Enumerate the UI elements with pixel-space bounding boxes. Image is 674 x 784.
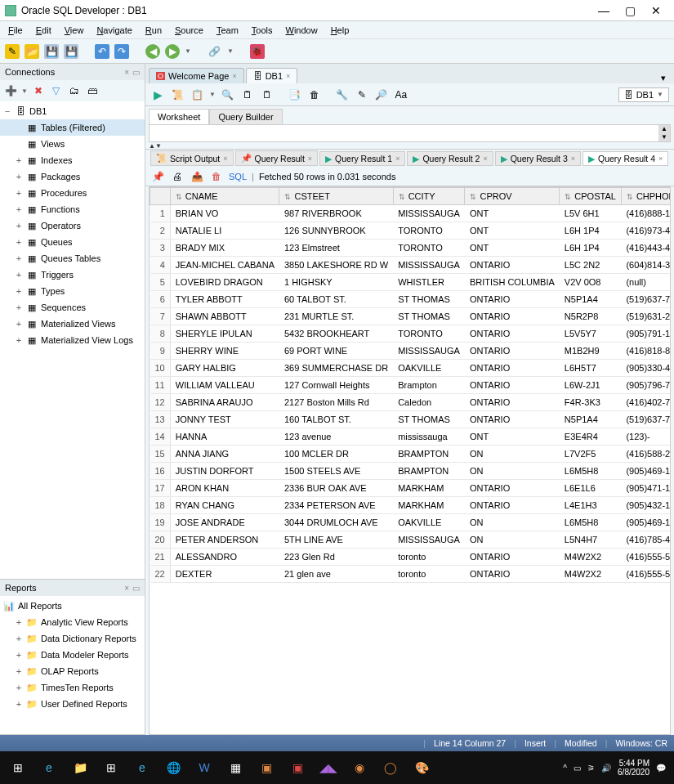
panel-close-icon[interactable]: × bbox=[124, 584, 129, 593]
table-cell[interactable]: L6H 1P4 bbox=[560, 240, 622, 257]
table-cell[interactable]: ONT bbox=[465, 205, 560, 222]
worksheet-tab[interactable]: Worksheet bbox=[149, 109, 209, 124]
splitter[interactable]: ▲▼ bbox=[145, 142, 674, 149]
rollback-icon[interactable]: 🗒 bbox=[260, 87, 275, 102]
table-cell[interactable]: 123 Elmstreet bbox=[279, 240, 393, 257]
tree-item[interactable]: +📁Analytic View Reports bbox=[0, 614, 145, 630]
table-cell[interactable]: ONTARIO bbox=[465, 566, 560, 583]
table-row[interactable]: 21ALESSANDRO223 Glen RdtorontoONTARIOM4W… bbox=[150, 549, 672, 566]
open-icon[interactable]: 📂 bbox=[25, 44, 39, 59]
table-row[interactable]: 8SHERYLE IPULAN5432 BROOKHEARTTORONTOONT… bbox=[150, 325, 672, 343]
commit-icon[interactable]: 🗒 bbox=[240, 87, 255, 102]
tree-item[interactable]: +▦Functions bbox=[0, 201, 145, 217]
tray-chevron-icon[interactable]: ^ bbox=[563, 764, 567, 773]
tree-item[interactable]: +▦Indexes bbox=[0, 152, 145, 168]
sql-history-icon[interactable]: 📑 bbox=[288, 87, 302, 102]
table-cell[interactable]: Caledon bbox=[393, 394, 465, 411]
menu-view[interactable]: View bbox=[60, 24, 89, 37]
table-cell[interactable]: JOSE ANDRADE bbox=[170, 514, 279, 531]
table-cell[interactable]: M4W2X2 bbox=[560, 566, 622, 583]
table-cell[interactable]: 2336 BUR OAK AVE bbox=[279, 480, 393, 497]
tree-item[interactable]: +▦Materialized View Logs bbox=[0, 332, 145, 348]
tree-item[interactable]: +▦Types bbox=[0, 283, 145, 299]
table-cell[interactable]: NATALIE LI bbox=[170, 222, 279, 240]
table-cell[interactable]: L6M5H8 bbox=[560, 514, 622, 531]
sql-editor[interactable]: ▲ ▼ bbox=[149, 124, 671, 142]
save-all-icon[interactable]: 💾 bbox=[64, 44, 78, 59]
table-cell[interactable]: BRADY MIX bbox=[170, 240, 279, 257]
app-icon-1[interactable]: ▣ bbox=[252, 755, 281, 781]
column-header[interactable]: ⇅CSTEET bbox=[279, 188, 393, 205]
table-cell[interactable]: (123)- bbox=[621, 428, 671, 446]
table-cell[interactable]: ONTARIO bbox=[465, 411, 560, 428]
table-cell[interactable]: toronto bbox=[393, 549, 465, 566]
table-cell[interactable]: 3044 DRUMLOCH AVE bbox=[279, 514, 393, 531]
menu-tools[interactable]: Tools bbox=[247, 24, 278, 37]
pdf-icon[interactable]: ▣ bbox=[283, 755, 312, 781]
store-icon[interactable]: ⊞ bbox=[96, 755, 126, 781]
table-cell[interactable]: ONTARIO bbox=[465, 377, 560, 394]
table-row[interactable]: 14HANNA123 avenuemississaugaONTE3E4R4(12… bbox=[150, 428, 672, 446]
table-cell[interactable]: TORONTO bbox=[393, 325, 465, 343]
tree-item[interactable]: +📁OLAP Reports bbox=[0, 663, 145, 679]
table-cell[interactable]: ONT bbox=[465, 428, 560, 446]
tree-item[interactable]: ▦Views bbox=[0, 136, 145, 152]
maximize-button[interactable]: ▢ bbox=[617, 4, 643, 17]
table-cell[interactable]: ST THOMAS bbox=[393, 291, 465, 308]
table-cell[interactable]: N5R2P8 bbox=[560, 308, 622, 325]
tree-item[interactable]: +▦Triggers bbox=[0, 267, 145, 283]
refresh-icon[interactable]: 🗃 bbox=[85, 83, 100, 98]
table-cell[interactable]: (905)796-7293 bbox=[621, 377, 671, 394]
close-button[interactable]: ✕ bbox=[643, 4, 669, 17]
dbconn-icon[interactable]: 🔗 bbox=[208, 44, 222, 59]
tab-close-icon[interactable]: × bbox=[223, 155, 227, 163]
table-cell[interactable]: L5N4H7 bbox=[560, 531, 622, 549]
clear-icon[interactable]: 🗑 bbox=[307, 87, 322, 102]
table-row[interactable]: 5LOVEBIRD DRAGON1 HIGHSKYWHISTLERBRITISH… bbox=[150, 274, 672, 291]
table-cell[interactable]: TORONTO bbox=[393, 240, 465, 257]
table-cell[interactable]: 21 glen ave bbox=[279, 566, 393, 583]
tab-close-icon[interactable]: × bbox=[395, 155, 399, 163]
system-tray[interactable]: ^ ▭ ⚞ 🔊 5:44 PM 6/8/2020 💬 bbox=[558, 759, 671, 777]
table-row[interactable]: 11WILLIAM VALLEAU127 Cornwall HeightsBra… bbox=[150, 377, 672, 394]
table-cell[interactable]: (519)637-7242 bbox=[621, 411, 671, 428]
table-cell[interactable]: L5V5Y7 bbox=[560, 325, 622, 343]
table-cell[interactable]: ONTARIO bbox=[465, 549, 560, 566]
column-header[interactable]: ⇅CPROV bbox=[465, 188, 560, 205]
tab-close-icon[interactable]: × bbox=[232, 72, 236, 80]
table-cell[interactable]: L7V2F5 bbox=[560, 446, 622, 463]
menu-help[interactable]: Help bbox=[326, 24, 355, 37]
forward-icon[interactable]: ▶ bbox=[165, 44, 180, 59]
table-cell[interactable]: (519)631-2274 bbox=[621, 308, 671, 325]
table-cell[interactable]: MISSISSAUGA bbox=[393, 343, 465, 360]
table-cell[interactable]: (905)471-1334 bbox=[621, 480, 671, 497]
table-cell[interactable]: TORONTO bbox=[393, 222, 465, 240]
table-cell[interactable]: (416)973-4562 bbox=[621, 222, 671, 240]
panel-close-icon[interactable]: × bbox=[124, 68, 129, 77]
table-cell[interactable]: 223 Glen Rd bbox=[279, 549, 393, 566]
start-button[interactable]: ⊞ bbox=[3, 755, 33, 781]
undo-icon[interactable]: ↶ bbox=[95, 44, 109, 59]
table-cell[interactable]: 1 HIGHSKY bbox=[279, 274, 393, 291]
table-cell[interactable]: L6W-2J1 bbox=[560, 377, 622, 394]
table-cell[interactable]: 231 MURTLE ST. bbox=[279, 308, 393, 325]
column-header[interactable]: ⇅CCITY bbox=[393, 188, 465, 205]
table-cell[interactable]: BRAMPTON bbox=[393, 446, 465, 463]
tns-icon[interactable]: 🗂 bbox=[67, 83, 82, 98]
table-cell[interactable]: 2334 PETERSON AVE bbox=[279, 497, 393, 514]
tree-item[interactable]: +▦Queues bbox=[0, 234, 145, 250]
print-icon[interactable]: 🖨 bbox=[170, 169, 185, 184]
table-cell[interactable]: (905)330-4366 bbox=[621, 360, 671, 377]
table-cell[interactable]: (416)555-5555 bbox=[621, 566, 671, 583]
format-icon[interactable]: 🔧 bbox=[335, 87, 350, 102]
table-cell[interactable]: PETER ANDERSON bbox=[170, 531, 279, 549]
table-row[interactable]: 13JONNY TEST160 TALBOT ST.ST THOMASONTAR… bbox=[150, 411, 672, 428]
table-cell[interactable]: N5P1A4 bbox=[560, 291, 622, 308]
table-row[interactable]: 10GARY HALBIG369 SUMMERCHASE DROAKVILLEO… bbox=[150, 360, 672, 377]
tree-item[interactable]: +▦Packages bbox=[0, 168, 145, 185]
table-cell[interactable]: N5P1A4 bbox=[560, 411, 622, 428]
table-cell[interactable]: 123 avenue bbox=[279, 428, 393, 446]
add-connection-icon[interactable]: ➕ bbox=[3, 83, 18, 98]
table-cell[interactable]: (416)588-2516 bbox=[621, 446, 671, 463]
table-cell[interactable]: L6E1L6 bbox=[560, 480, 622, 497]
